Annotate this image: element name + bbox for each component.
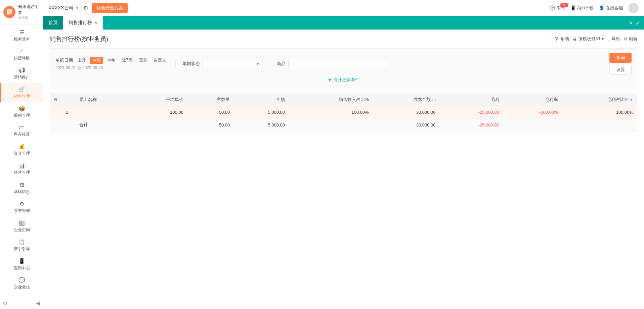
sidebar-settings-btn[interactable]: ⚙ xyxy=(3,300,7,306)
sidebar-item-basic[interactable]: ⊞ 基础信息 xyxy=(0,178,43,197)
th-sales-pct: 销售收入占比% xyxy=(289,93,373,106)
footer-gross: -25,000.00 xyxy=(440,118,503,132)
cell-gross: -25,000.00 xyxy=(440,106,503,118)
main-content: 销售排行榜(按业务员) ❓ 帮助 🖨 按模板打印 ▼ ↓ 导出 ↺ 刷新 xyxy=(43,30,644,309)
th-settings[interactable]: ⚙ xyxy=(50,93,62,106)
refresh-button[interactable]: ↺ 刷新 xyxy=(624,36,637,42)
column-settings-icon[interactable]: ⚙ xyxy=(54,97,58,102)
th-name: 员工名称 xyxy=(75,93,131,106)
help-icon: ❓ xyxy=(554,37,559,42)
sidebar-item-operations-label: 经营管理 xyxy=(14,170,30,175)
topbar-gear-icon[interactable]: ⚙ xyxy=(83,5,88,11)
sidebar-item-enterprise[interactable]: 🏢 企业协同 xyxy=(0,216,43,236)
export-button[interactable]: ↓ 导出 xyxy=(608,36,620,42)
tab-close-icon[interactable]: ✕ xyxy=(94,20,97,25)
sidebar-item-finance[interactable]: 💰 资金管理 xyxy=(0,140,43,159)
company-selector[interactable]: XXXXX公司 ▼ xyxy=(48,5,79,11)
goods-filter-group: 商品 ... xyxy=(277,60,389,68)
sidebar-nav: ☰ 搜索菜单 ⌂ 快捷导航 📢 营销推广 🛒 销售管理 📦 采购管理 🗃 库存核… xyxy=(0,24,43,297)
sidebar-item-search[interactable]: ☰ 搜索菜单 xyxy=(0,26,43,45)
user-avatar[interactable] xyxy=(629,3,639,13)
sidebar-item-inventory[interactable]: 🗃 库存核算 xyxy=(0,121,43,140)
cell-settings xyxy=(50,106,62,118)
cell-sales-pct: 100.00% xyxy=(289,106,373,118)
sidebar-item-shortcuts-label: 快捷导航 xyxy=(14,55,30,61)
filter-settings-button[interactable]: 设置 xyxy=(609,65,632,75)
cell-avg-price: 100.00 xyxy=(131,106,187,118)
date-filter-group: 单据日期 上月 本月 本年 近7天 更多 自定义 2023-06-01 至 20… xyxy=(55,57,169,71)
export-label: 导出 xyxy=(611,36,620,42)
cell-gross-pct: 100.00% xyxy=(562,106,637,118)
sidebar-item-shortcuts[interactable]: ⌂ 快捷导航 xyxy=(0,45,43,64)
cell-quantity: 50.00 xyxy=(187,106,234,118)
service-icon: 👤 xyxy=(599,5,604,10)
expand-conditions-button[interactable]: ▼ 展开更多条件 xyxy=(328,77,359,83)
sales-icon: 🛒 xyxy=(18,86,25,93)
app-download-button[interactable]: 📱 App下载 xyxy=(570,5,594,11)
sidebar-item-guide[interactable]: 📋 新手引导 xyxy=(0,236,43,255)
footer-sales-pct xyxy=(289,118,373,132)
sidebar-item-sales[interactable]: 🛒 销售管理 xyxy=(0,83,43,102)
date-btn-last-month[interactable]: 上月 xyxy=(75,57,88,64)
date-btn-this-year[interactable]: 本年 xyxy=(104,57,118,64)
tab-sales-rank[interactable]: 销售排行榜 ✕ xyxy=(63,16,103,30)
page-actions: ❓ 帮助 🖨 按模板打印 ▼ ↓ 导出 ↺ 刷新 xyxy=(554,36,637,42)
gross-pct-info-icon[interactable]: ▼ xyxy=(630,98,633,102)
footer-cost: 30,000.00 xyxy=(373,118,440,132)
footer-gross-rate xyxy=(503,118,562,132)
sidebar-item-enterprise-label: 企业协同 xyxy=(14,227,30,233)
operations-icon: 📊 xyxy=(18,162,25,169)
sidebar-logo: 康 畅康通好生意 标准版 xyxy=(0,0,43,24)
cell-amount: 5,000.00 xyxy=(234,106,289,118)
enterprise-icon: 🏢 xyxy=(18,220,25,226)
message-icon: 💬 xyxy=(550,5,555,10)
help-button[interactable]: ❓ 帮助 xyxy=(554,36,569,42)
cost-info-icon[interactable]: ⓘ xyxy=(432,98,436,102)
print-button[interactable]: 🖨 按模板打印 ▼ xyxy=(572,36,605,42)
online-service-button[interactable]: 👤 在线客服 xyxy=(599,5,623,11)
data-table-wrap: ⚙ 员工名称 平均单价 主数量 全额 销售收入占比% 成本全额 ⓘ 毛利 毛利率 xyxy=(50,93,637,132)
sidebar-item-purchase[interactable]: 📦 采购管理 xyxy=(0,102,43,121)
apps-icon: 📱 xyxy=(18,258,25,264)
trial-button[interactable]: 体验行业方案 xyxy=(92,3,128,13)
status-select-arrow-icon: ▼ xyxy=(256,61,260,66)
company-name: XXXXX公司 xyxy=(48,5,74,11)
sidebar-item-system[interactable]: ⚙ 系统管理 xyxy=(0,197,43,216)
footer-quantity: 50.00 xyxy=(187,118,234,132)
date-btn-7days[interactable]: 近7天 xyxy=(119,57,135,64)
footer-gross-pct xyxy=(562,118,637,132)
sidebar-item-wechat[interactable]: 💬 企业微信 xyxy=(0,274,43,293)
app-label: App下载 xyxy=(577,5,594,11)
sidebar-item-member[interactable]: V 畅会员 xyxy=(0,293,43,297)
tab-close-all-icon[interactable]: ✕ xyxy=(629,20,633,26)
messages-button[interactable]: 💬 消息 99+ xyxy=(550,5,565,11)
status-filter-group: 单据状态 ▼ xyxy=(182,60,263,68)
filter-action-group: 查询 设置 xyxy=(609,53,632,75)
th-cost: 成本全额 ⓘ xyxy=(373,93,440,106)
print-label: 按模板打印 xyxy=(578,36,600,42)
sidebar-item-guide-label: 新手引导 xyxy=(14,246,30,252)
date-btn-this-month[interactable]: 本月 xyxy=(90,57,103,64)
sidebar-item-marketing[interactable]: 📢 营销推广 xyxy=(0,64,43,83)
query-button[interactable]: 查询 xyxy=(609,53,632,63)
tab-home[interactable]: 首页 xyxy=(43,16,63,30)
sidebar-item-inventory-label: 库存核算 xyxy=(14,132,30,137)
cell-gross-rate: -500.00% xyxy=(503,106,562,118)
th-gross-pct: 毛利占比% ▼ xyxy=(562,93,637,106)
tab-expand-icon[interactable]: ⤢ xyxy=(636,20,640,26)
filter-separator-1 xyxy=(175,60,176,68)
goods-input[interactable]: ... xyxy=(288,60,389,68)
status-select[interactable]: ▼ xyxy=(203,60,263,68)
footer-settings xyxy=(50,118,62,132)
chevron-down-icon-2: ▼ xyxy=(328,78,332,83)
sidebar-collapse-btn[interactable]: ◀ xyxy=(36,300,40,306)
expand-label: 展开更多条件 xyxy=(333,77,359,83)
sidebar-item-apps[interactable]: 📱 应用中心 xyxy=(0,255,43,274)
footer-label: 合计 xyxy=(75,118,131,132)
date-btn-custom[interactable]: 自定义 xyxy=(151,57,169,64)
sidebar-item-operations[interactable]: 📊 经营管理 xyxy=(0,159,43,178)
date-btn-more[interactable]: 更多 xyxy=(136,57,150,64)
sidebar-item-marketing-label: 营销推广 xyxy=(14,74,30,80)
app-logo-icon: 康 xyxy=(3,6,15,18)
help-label: 帮助 xyxy=(560,36,569,42)
